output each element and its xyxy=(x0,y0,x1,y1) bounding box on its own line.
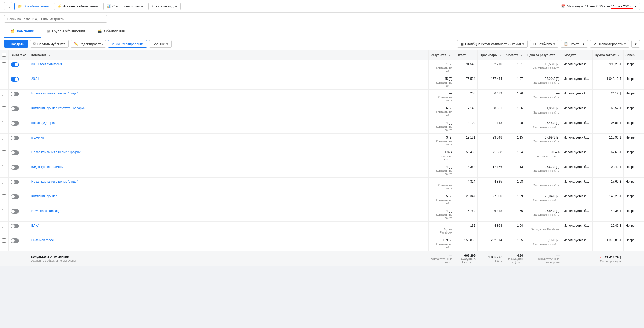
campaign-toggle[interactable] xyxy=(11,224,19,228)
price-sub: За лиды на Facebook xyxy=(527,228,559,231)
active-ads-filter-btn[interactable]: ⚡ Активные объявления xyxy=(54,3,101,10)
row-checkbox[interactable] xyxy=(2,238,6,243)
campaign-name-link[interactable]: Новая кампания с целью "Трафик" xyxy=(31,150,427,154)
row-spent: 17,60 $ xyxy=(592,178,623,192)
sort-arrow-spent: ▼ xyxy=(617,54,620,57)
row-checkbox[interactable] xyxy=(2,224,6,228)
campaign-toggle[interactable] xyxy=(11,77,19,82)
row-checkbox[interactable] xyxy=(2,62,6,66)
more-views-btn[interactable]: + Больше видов xyxy=(148,3,180,10)
row-checkbox[interactable] xyxy=(2,150,6,154)
row-result: 4 [2] Контакты на сайте xyxy=(429,207,454,222)
row-checkbox[interactable] xyxy=(2,77,6,81)
row-freq: 1,26 xyxy=(504,90,525,104)
campaign-name-link[interactable]: Новая кампания с целью "Лиды" xyxy=(31,180,427,183)
campaign-toggle[interactable] xyxy=(11,194,19,199)
row-checkbox[interactable] xyxy=(2,106,6,110)
row-checkbox[interactable] xyxy=(2,165,6,169)
finish-value: Непре xyxy=(626,194,635,198)
row-result: 4 [2] Контакты на сайте xyxy=(429,163,454,178)
result-sub: Контакты на сайте xyxy=(431,125,452,131)
row-views: 152 210 xyxy=(478,60,504,75)
spent-value: 20,46 $ xyxy=(595,224,621,227)
result-sub: Лид на Facebook xyxy=(431,228,452,234)
campaign-name-link[interactable]: Рилс мой голос xyxy=(31,238,427,242)
breakdown-button[interactable]: ⊟ Разбивка ▾ xyxy=(530,40,558,48)
row-checkbox[interactable] xyxy=(2,92,6,96)
extra-button[interactable]: ▾ xyxy=(631,40,640,48)
result-value: 36 [2] xyxy=(431,106,452,110)
header-campaign[interactable]: Кампания ▼ xyxy=(29,50,429,60)
campaign-toggle[interactable] xyxy=(11,150,19,155)
select-all-checkbox[interactable] xyxy=(2,53,6,57)
search-input[interactable] xyxy=(4,15,107,23)
result-sub: Контакты на сайте xyxy=(431,110,452,117)
history-filter-btn[interactable]: 📊 С историей показов xyxy=(103,3,147,10)
more-button[interactable]: Больше ▾ xyxy=(149,40,172,48)
row-checkbox[interactable] xyxy=(2,209,6,213)
sort-arrow-freq: ▼ xyxy=(520,54,523,57)
campaign-name-link[interactable]: 30.01 тест аудитория xyxy=(31,62,427,66)
adgroups-tab-label: Группы объявлений xyxy=(52,29,85,33)
campaign-toggle[interactable] xyxy=(11,62,19,67)
tab-ads[interactable]: 🗃️ Объявления xyxy=(91,25,131,38)
campaign-toggle[interactable] xyxy=(11,238,19,243)
campaign-toggle[interactable] xyxy=(11,165,19,170)
ab-test-button[interactable]: ⚖ A/B-тестирование xyxy=(108,40,147,48)
columns-button[interactable]: ▦ Столбцы: Результативность и клики ▾ xyxy=(457,40,528,48)
duplicate-button[interactable]: ⧉ Создать дубликат xyxy=(30,40,69,48)
finish-value: Непре xyxy=(626,62,635,66)
campaign-name-link[interactable]: Кампания лучшая казахстан беларусь xyxy=(31,106,427,110)
result-value: 5 [2] xyxy=(431,194,452,198)
row-spent: 113,96 $ xyxy=(592,134,623,148)
search-icon-btn[interactable] xyxy=(4,2,12,10)
all-ads-filter-btn[interactable]: 📁 Все объявления xyxy=(14,3,52,10)
reports-button[interactable]: 📋 Отчеты ▾ xyxy=(561,40,588,48)
footer-spent-sub: Общие расходы xyxy=(595,260,621,263)
campaign-toggle[interactable] xyxy=(11,136,19,140)
campaign-toggle[interactable] xyxy=(11,209,19,214)
campaign-name-link[interactable]: New Leads campaign xyxy=(31,209,427,213)
campaign-name-link[interactable]: новая аудитория xyxy=(31,121,427,125)
campaign-toggle[interactable] xyxy=(11,121,19,126)
campaign-name-link[interactable]: мужчины xyxy=(31,136,427,139)
row-views: 6 679 xyxy=(478,90,504,104)
header-spent[interactable]: Сумма затрат ▼ xyxy=(592,50,623,60)
spent-value: 66,57 $ xyxy=(595,106,621,110)
header-price[interactable]: Цена за результат ▼ xyxy=(525,50,562,60)
header-freq[interactable]: Частота ▼ xyxy=(504,50,525,60)
create-button[interactable]: + Создать xyxy=(4,40,28,48)
views-value: 152 210 xyxy=(480,62,502,66)
campaign-toggle[interactable] xyxy=(11,106,19,111)
row-checkbox[interactable] xyxy=(2,121,6,125)
row-checkbox[interactable] xyxy=(2,180,6,184)
price-sub: За клик по ссылке xyxy=(527,154,559,158)
row-price: 35,84 $ [2] За контакт на сайте xyxy=(525,207,562,222)
price-value: 25,62 $ [2] xyxy=(527,165,559,169)
campaign-name-link[interactable]: видео турнир грамоты xyxy=(31,165,427,169)
row-campaign: ЕЛКА xyxy=(29,222,429,236)
export-button[interactable]: ↗ Экспортировать ▾ xyxy=(590,40,629,48)
campaign-name-link[interactable]: Новая кампания с целью "Лиды" xyxy=(31,92,427,95)
header-result[interactable]: Результат ▼ xyxy=(429,50,454,60)
price-sub: За контакт на сайте xyxy=(527,126,559,129)
campaign-name-link[interactable]: 29.01 xyxy=(31,77,427,81)
edit-button[interactable]: ✏️ Редактировать xyxy=(71,40,106,48)
date-range-selector[interactable]: 📅 Максимум: 11 янв 2022 г. — 11 фев 2025… xyxy=(558,3,640,10)
campaign-toggle[interactable] xyxy=(11,180,19,184)
row-checkbox[interactable] xyxy=(2,194,6,198)
campaign-name-link[interactable]: ЕЛКА xyxy=(31,224,427,227)
footer-reach: 693 296 Аккаунты в Центре … xyxy=(454,251,478,266)
footer-campaign-sub: Удаленные объекты не включены xyxy=(31,259,427,262)
tab-ad-groups[interactable]: ⊞ Группы объявлений xyxy=(41,25,91,38)
campaign-toggle[interactable] xyxy=(11,92,19,96)
row-checkbox[interactable] xyxy=(2,136,6,140)
header-reach[interactable]: Охват ▼ xyxy=(454,50,478,60)
arrow-icon: → xyxy=(598,255,602,259)
freq-value: 1,65 xyxy=(506,238,523,242)
campaign-name-link[interactable]: Кампания лучшая xyxy=(31,194,427,198)
header-views[interactable]: Просмотры ▼ xyxy=(478,50,504,60)
tab-campaigns[interactable]: 🗂️ Кампании xyxy=(4,25,41,38)
tabs: 🗂️ Кампании ⊞ Группы объявлений 🗃️ Объяв… xyxy=(0,25,644,38)
finish-value: Непре xyxy=(626,106,635,110)
